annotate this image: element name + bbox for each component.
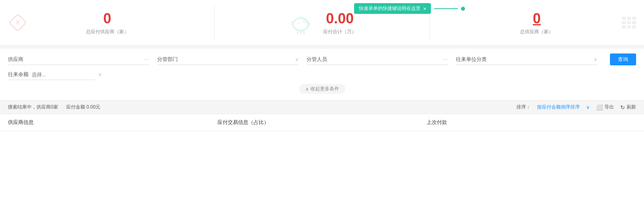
diamond-logo-icon: 米 xyxy=(8,13,28,32)
piggy-icon: 米 xyxy=(288,9,315,36)
person-input[interactable] xyxy=(330,56,443,62)
refresh-btn[interactable]: ↻ 刷新 xyxy=(620,104,636,111)
tooltip-dot xyxy=(461,7,465,11)
collapse-label: 收起更多条件 xyxy=(311,86,339,92)
col-supplier-header: 供应商信息 xyxy=(8,119,217,126)
search-area: 供应商 ··· 分管部门 ∨ 分管人员 ··· 往来单位分类 ∨ 查询 往来余额 xyxy=(0,49,644,101)
search-row-2: 往来余额 ∨ xyxy=(8,69,636,80)
results-bar: 搜索结果中，供应商0家 应付金额 0.00元 排序： 按应付会额倒序排序 ∨ ⬜… xyxy=(0,101,644,114)
tooltip-line xyxy=(434,8,458,9)
search-row-1: 供应商 ··· 分管部门 ∨ 分管人员 ··· 往来单位分类 ∨ 查询 xyxy=(8,53,636,65)
svg-text:米: 米 xyxy=(15,20,21,25)
supplier-input[interactable] xyxy=(27,56,144,62)
balance-field[interactable]: 往来余额 ∨ xyxy=(8,69,95,80)
collapse-icon: ∧ xyxy=(305,86,309,92)
stat-payable-suppliers: 米 0 总应付供应商（家） xyxy=(0,5,215,40)
results-supplier-count: 搜索结果中，供应商0家 xyxy=(8,104,58,111)
person-label: 分管人员 xyxy=(307,56,327,63)
total-suppliers-number: 0 xyxy=(520,10,553,27)
export-icon: ⬜ xyxy=(596,104,603,111)
supplier-label: 供应商 xyxy=(8,56,23,63)
svg-point-3 xyxy=(303,19,306,22)
tooltip-text: 快速录单的快捷键说明在这里 xyxy=(359,5,421,12)
balance-input[interactable] xyxy=(32,72,98,78)
results-amount: 应付金额 0.00元 xyxy=(66,104,101,111)
department-input[interactable] xyxy=(181,56,295,62)
total-suppliers-label: 总供应商（家） xyxy=(520,29,553,35)
refresh-icon: ↻ xyxy=(620,104,625,111)
export-btn[interactable]: ⬜ 导出 xyxy=(596,104,614,111)
department-arrow[interactable]: ∨ xyxy=(295,57,299,62)
payable-total-label: 应付合计（万） xyxy=(323,29,356,35)
building-icon xyxy=(622,17,636,29)
svg-line-4 xyxy=(297,30,298,34)
col-lastpay-header: 上次付款 xyxy=(427,119,636,126)
department-label: 分管部门 xyxy=(157,56,178,63)
sort-value[interactable]: 按应付会额倒序排序 xyxy=(537,104,580,111)
supplier-field[interactable]: 供应商 ··· xyxy=(8,54,149,65)
tooltip-close-btn[interactable]: × xyxy=(423,6,426,12)
tooltip-container: 快速录单的快捷键说明在这里 × xyxy=(354,3,465,14)
unit-category-label: 往来单位分类 xyxy=(456,56,487,63)
table-header: 供应商信息 应付交易信息（占比） 上次付款 xyxy=(0,114,644,131)
person-field[interactable]: 分管人员 ··· xyxy=(307,54,448,65)
table-body xyxy=(0,131,644,204)
supplier-dots[interactable]: ··· xyxy=(144,56,149,63)
sort-arrow[interactable]: ∨ xyxy=(586,105,590,110)
refresh-label: 刷新 xyxy=(627,104,636,111)
balance-label: 往来余额 xyxy=(8,71,29,78)
collapse-btn[interactable]: ∧ 收起更多条件 xyxy=(299,84,345,94)
tooltip-bubble: 快速录单的快捷键说明在这里 × xyxy=(354,3,431,14)
payable-total-number: 0.00 xyxy=(326,10,354,27)
svg-line-6 xyxy=(303,30,304,34)
balance-arrow[interactable]: ∨ xyxy=(98,72,102,77)
search-button[interactable]: 查询 xyxy=(610,53,636,65)
results-bar-right: 排序： 按应付会额倒序排序 ∨ ⬜ 导出 ↻ 刷新 xyxy=(516,104,636,111)
col-transaction-header: 应付交易信息（占比） xyxy=(217,119,427,126)
svg-point-7 xyxy=(298,23,299,24)
person-dots[interactable]: ··· xyxy=(443,56,448,63)
unit-category-input[interactable] xyxy=(490,56,594,62)
results-bar-left: 搜索结果中，供应商0家 应付金额 0.00元 xyxy=(8,104,100,111)
sort-prefix: 排序： xyxy=(516,104,531,111)
unit-category-arrow[interactable]: ∨ xyxy=(594,57,597,62)
top-stats-bar: 米 0 总应付供应商（家） 米 0.00 应付合计（万） 快速录单的快捷键说明在… xyxy=(0,0,644,46)
department-field[interactable]: 分管部门 ∨ xyxy=(157,54,299,65)
payable-suppliers-label: 总应付供应商（家） xyxy=(86,29,129,35)
payable-suppliers-number: 0 xyxy=(86,10,129,27)
unit-category-field[interactable]: 往来单位分类 ∨ xyxy=(456,54,597,65)
export-label: 导出 xyxy=(604,104,614,111)
svg-text:米: 米 xyxy=(299,16,303,20)
